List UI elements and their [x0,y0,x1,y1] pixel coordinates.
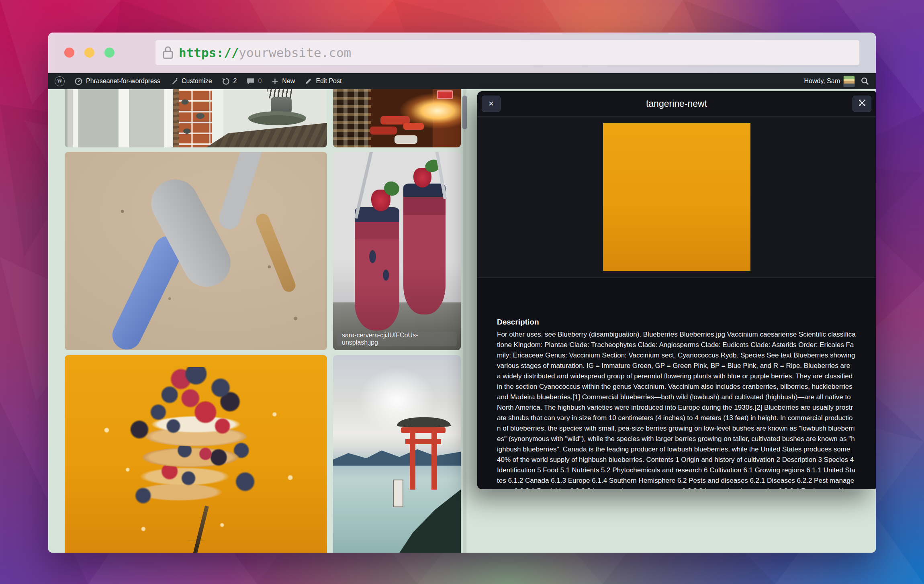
media-preview-image [603,123,750,271]
account-menu[interactable]: Howdy, Sam [804,76,855,87]
expand-icon [858,98,867,109]
panel-header: tangerine-newt ✕ [477,91,876,116]
url-scheme: https:// [179,45,239,60]
plus-icon [271,78,279,85]
rope-detail [173,89,180,147]
window-controls [64,48,114,58]
torii-beam-detail [405,439,441,444]
site-page: sara-cervera-cjiJUfFCoUs-unsplash.jpg ta… [48,89,876,553]
panel-title: tangerine-newt [477,98,876,109]
fullscreen-button[interactable] [852,96,871,112]
side-table-detail [248,111,306,125]
brush-icon [170,77,178,86]
minimize-window-button[interactable] [84,48,94,58]
comments-count: 0 [258,78,262,85]
gallery-photo-yoga[interactable] [65,152,327,350]
gallery-photo-pancake-stack[interactable] [65,355,327,553]
mountains-detail [333,444,461,466]
dashboard-icon [74,77,83,86]
rocks-detail [399,490,461,553]
media-detail-panel: tangerine-newt ✕ Description [477,91,876,489]
new-content-menu[interactable]: New [271,78,295,85]
customize-menu[interactable]: Customize [170,77,212,86]
new-label: New [282,78,295,85]
description-text: For other uses, see Blueberry (disambigu… [497,329,856,489]
pancake-berries-detail [101,367,290,541]
gallery-photo-night-street[interactable] [333,89,461,147]
edit-post-menu[interactable]: Edit Post [305,77,341,85]
search-icon [861,77,869,86]
customize-label: Customize [182,78,212,85]
bus-detail [403,123,424,130]
user-avatar [843,76,855,87]
updates-count: 2 [233,78,237,85]
close-window-button[interactable] [64,48,74,58]
gallery-photo-interior-window[interactable] [65,89,327,147]
site-name-menu[interactable]: Phraseanet-for-wordpress [74,77,160,86]
edit-post-label: Edit Post [316,78,341,85]
comments-menu[interactable]: 0 [246,77,262,86]
smoothie-glass-detail [355,207,399,330]
smoothie-glass-detail [403,184,446,314]
description-heading: Description [497,318,856,327]
url-host: yourwebsite.com [239,45,351,60]
browser-window: https://yourwebsite.com W Phraseanet-for… [48,33,876,553]
updates-menu[interactable]: 2 [222,77,237,86]
description-section: Description For other uses, see Blueberr… [477,277,876,489]
lock-icon [163,46,173,59]
neon-sign-detail [437,90,453,99]
greeting-label: Howdy, Sam [804,78,840,85]
torii-beam-detail [401,427,446,433]
wp-admin-bar: W Phraseanet-for-wordpress Customize 2 0 [48,73,876,89]
updates-icon [222,77,230,86]
comment-bubble-icon [246,77,255,86]
gallery-photo-torii-gate[interactable] [333,355,461,553]
van-detail [395,135,417,144]
zoom-window-button[interactable] [104,48,114,58]
media-preview-stage [477,116,876,277]
sign-post-detail [393,480,403,507]
pencil-icon [305,77,313,85]
close-panel-button[interactable]: ✕ [482,96,501,112]
page-scrollbar-thumb[interactable] [462,96,467,129]
browser-titlebar: https://yourwebsite.com [48,33,876,73]
figure-hair-detail [254,212,298,294]
photo-filename-caption: sara-cervera-cjiJUfFCoUs-unsplash.jpg [337,332,457,346]
close-icon: ✕ [488,100,494,108]
site-name-label: Phraseanet-for-wordpress [86,78,160,85]
page-scrollbar-track [463,89,466,553]
wp-logo-menu[interactable]: W [55,76,65,86]
building-windows-detail [333,89,371,147]
wood-sill-detail [206,123,327,147]
gallery-photo-smoothie[interactable]: sara-cervera-cjiJUfFCoUs-unsplash.jpg [333,152,461,350]
bus-detail [370,127,397,135]
admin-search[interactable] [861,77,869,86]
wordpress-logo-icon: W [55,76,65,86]
address-bar[interactable]: https://yourwebsite.com [155,40,859,65]
